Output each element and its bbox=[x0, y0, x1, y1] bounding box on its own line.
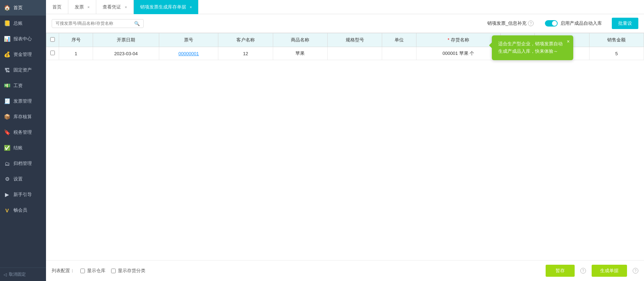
main-area: 首页 发票 × 查看凭证 × 销项发票生成库存单据 × 🔍 销项发票_信息补充 … bbox=[46, 0, 644, 281]
info-label-area: 销项发票_信息补充 ? bbox=[487, 20, 534, 27]
th-customer: 客户名称 bbox=[218, 33, 273, 47]
th-spec: 规格型号 bbox=[328, 33, 382, 47]
sidebar-item-inventory[interactable]: 📦 库存核算 bbox=[0, 109, 46, 125]
tab-invoice[interactable]: 发票 × bbox=[68, 0, 96, 14]
guide-icon: ▶ bbox=[4, 191, 11, 198]
tab-home[interactable]: 首页 bbox=[46, 0, 68, 14]
tab-voucher-label: 查看凭证 bbox=[103, 4, 121, 10]
row-date: 2023-03-04 bbox=[93, 47, 159, 60]
funds-icon: 💰 bbox=[4, 51, 11, 58]
row-spec bbox=[328, 47, 382, 60]
toolbar: 🔍 销项发票_信息补充 ? 启用产成品自动入库 批量设 bbox=[46, 14, 644, 33]
th-amount: 销售金额 bbox=[589, 33, 644, 47]
row-customer: 12 bbox=[218, 47, 273, 60]
sidebar-item-label: 总账 bbox=[13, 20, 23, 27]
sidebar-item-label: 固定资产 bbox=[13, 67, 32, 73]
toggle-area: 启用产成品自动入库 bbox=[545, 20, 602, 27]
tab-sales-invoice-label: 销项发票生成库存单据 bbox=[140, 4, 186, 10]
sidebar-item-label: 发票管理 bbox=[13, 98, 32, 104]
row-inventory: 000001 苹果 个 bbox=[416, 47, 500, 60]
invoice-icon: 🧾 bbox=[4, 98, 11, 104]
tab-bar: 首页 发票 × 查看凭证 × 销项发票生成库存单据 × bbox=[46, 0, 644, 14]
sidebar-unpin-button[interactable]: ◁ 取消固定 bbox=[0, 268, 46, 281]
tab-home-label: 首页 bbox=[52, 4, 62, 10]
th-checkbox bbox=[46, 33, 59, 47]
row-unit bbox=[382, 47, 416, 60]
th-seq: 序号 bbox=[59, 33, 93, 47]
sidebar-item-label: 工资 bbox=[13, 82, 23, 89]
sidebar-item-label: 结账 bbox=[13, 145, 23, 151]
sidebar-item-settings[interactable]: ⚙ 设置 bbox=[0, 171, 46, 187]
sidebar-item-label: 资金管理 bbox=[13, 51, 32, 58]
auto-warehouse-toggle[interactable] bbox=[545, 20, 558, 27]
select-all-checkbox[interactable] bbox=[50, 37, 55, 42]
ledger-icon: 📒 bbox=[4, 20, 11, 27]
th-product: 商品名称 bbox=[273, 33, 327, 47]
tooltip-popup: × 适合生产型企业，销项发票自动生成产成品入库，快来体验～ bbox=[492, 35, 573, 60]
info-text: 销项发票_信息补充 bbox=[487, 20, 527, 27]
sidebar-item-label: 税务管理 bbox=[13, 129, 32, 136]
row-checkbox-cell bbox=[46, 47, 59, 60]
show-category-label: 显示存货分类 bbox=[118, 268, 145, 274]
show-warehouse-area: 显示仓库 bbox=[80, 268, 105, 274]
tab-invoice-close[interactable]: × bbox=[87, 5, 90, 9]
sidebar-item-ledger[interactable]: 📒 总账 bbox=[0, 16, 46, 31]
tooltip-close-button[interactable]: × bbox=[567, 38, 570, 45]
home-icon: 🏠 bbox=[4, 5, 11, 11]
search-input[interactable] bbox=[56, 21, 132, 26]
sidebar-item-label: 首页 bbox=[13, 5, 23, 11]
sidebar-item-home[interactable]: 🏠 首页 bbox=[0, 0, 46, 16]
sidebar-item-guide[interactable]: ▶ 新手引导 bbox=[0, 187, 46, 202]
generate-help-icon[interactable]: ? bbox=[633, 268, 638, 274]
tooltip-text: 适合生产型企业，销项发票自动生成产成品入库，快来体验～ bbox=[498, 41, 563, 54]
salary-icon: 💵 bbox=[4, 82, 11, 89]
th-inventory: 存货名称 bbox=[416, 33, 500, 47]
tab-sales-invoice-close[interactable]: × bbox=[190, 5, 192, 9]
vip-icon: V bbox=[4, 207, 11, 213]
search-box[interactable]: 🔍 bbox=[52, 19, 144, 28]
search-icon: 🔍 bbox=[134, 21, 140, 26]
tab-voucher-close[interactable]: × bbox=[125, 5, 127, 9]
row-amount: 5 bbox=[589, 47, 644, 60]
unpin-label: 取消固定 bbox=[9, 271, 26, 277]
row-product: 苹果 bbox=[273, 47, 327, 60]
sidebar-item-assets[interactable]: 🏗 固定资产 bbox=[0, 62, 46, 78]
toggle-label: 启用产成品自动入库 bbox=[560, 20, 602, 27]
sidebar-item-vip[interactable]: V 畅会员 bbox=[0, 202, 46, 218]
sidebar-item-reports[interactable]: 📊 报表中心 bbox=[0, 31, 46, 47]
row-seq: 1 bbox=[59, 47, 93, 60]
sidebar-item-salary[interactable]: 💵 工资 bbox=[0, 78, 46, 93]
generate-button[interactable]: 生成单据 bbox=[592, 265, 627, 277]
checkout-icon: ✅ bbox=[4, 145, 11, 151]
save-help-icon[interactable]: ? bbox=[580, 268, 586, 274]
tab-sales-invoice[interactable]: 销项发票生成库存单据 × bbox=[134, 0, 199, 14]
sidebar-item-archive[interactable]: 🗂 归档管理 bbox=[0, 156, 46, 171]
show-warehouse-label: 显示仓库 bbox=[87, 268, 105, 274]
tax-icon: 🔖 bbox=[4, 129, 11, 136]
show-category-checkbox[interactable] bbox=[111, 269, 116, 273]
footer-config-label: 列表配置： bbox=[52, 268, 75, 274]
sidebar-item-checkout[interactable]: ✅ 结账 bbox=[0, 140, 46, 156]
show-warehouse-checkbox[interactable] bbox=[80, 269, 85, 273]
sidebar-item-label: 畅会员 bbox=[13, 207, 27, 213]
table-wrap: 序号 开票日期 票号 客户名称 商品名称 规格型号 单位 存货名称 数量 销售单… bbox=[46, 33, 644, 260]
save-button[interactable]: 暂存 bbox=[546, 265, 575, 277]
footer: 列表配置： 显示仓库 显示存货分类 暂存 ? 生成单据 ? bbox=[46, 260, 644, 281]
sidebar-item-label: 归档管理 bbox=[13, 160, 32, 167]
batch-button[interactable]: 批量设 bbox=[612, 18, 638, 29]
row-number[interactable]: 00000001 bbox=[159, 47, 218, 60]
tab-invoice-label: 发票 bbox=[75, 4, 84, 10]
info-help-icon[interactable]: ? bbox=[528, 21, 534, 26]
sidebar-item-label: 新手引导 bbox=[13, 191, 32, 198]
inventory-icon: 📦 bbox=[4, 114, 11, 120]
sidebar-item-label: 库存核算 bbox=[13, 114, 32, 120]
sidebar-item-invoice-mgr[interactable]: 🧾 发票管理 bbox=[0, 93, 46, 109]
sidebar-item-label: 报表中心 bbox=[13, 36, 32, 42]
tab-voucher[interactable]: 查看凭证 × bbox=[96, 0, 133, 14]
sidebar-item-label: 设置 bbox=[13, 176, 23, 182]
sidebar-item-funds[interactable]: 💰 资金管理 bbox=[0, 47, 46, 62]
reports-icon: 📊 bbox=[4, 36, 11, 42]
sidebar-item-tax[interactable]: 🔖 税务管理 bbox=[0, 125, 46, 140]
row-checkbox[interactable] bbox=[50, 51, 55, 55]
th-date: 开票日期 bbox=[93, 33, 159, 47]
